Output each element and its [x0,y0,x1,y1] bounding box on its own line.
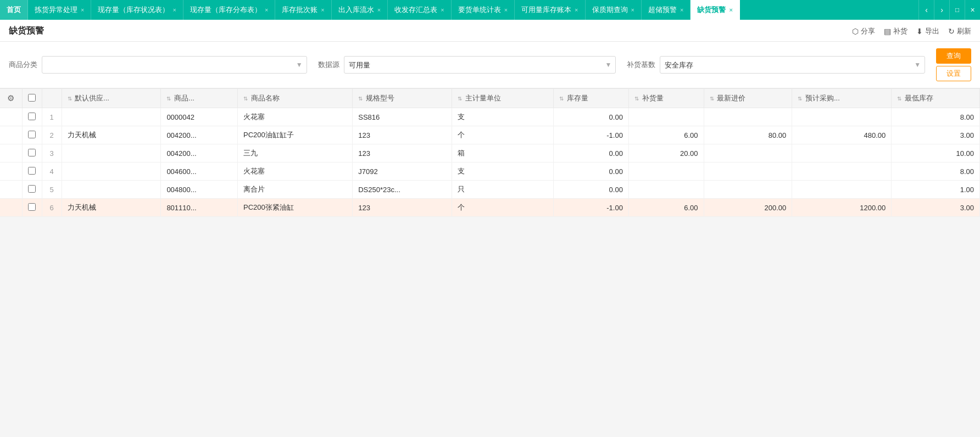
prev-tab-button[interactable]: ‹ [918,0,934,20]
supplier-header-label: 默认供应... [75,94,109,102]
nav-tab-demand-stat[interactable]: 要货单统计表× [452,0,515,20]
nav-tab-close-abnormal[interactable]: × [81,7,84,13]
row-checkbox-4[interactable] [28,185,36,193]
table-row: 1 0000042 火花塞 SS816 支 0.00 8.00 [0,108,980,126]
stock-qty-header[interactable]: ⇅ 库存量 [554,89,629,108]
filter-actions: 查询 设置 [936,48,971,81]
nav-tab-label-receive-summary: 收发存汇总表 [394,5,437,15]
row-latest-price-5: 200.00 [704,199,792,217]
filter-bar: 商品分类 ▼ 数据源 可用量 ▼ 补货基数 安全库存 [0,42,980,88]
gear-header[interactable]: ⚙ [0,89,22,108]
replenish-basis-select[interactable]: 安全库存 [660,56,925,74]
row-checkbox-0[interactable] [28,113,36,120]
row-spec-1: 123 [353,126,452,144]
nav-tab-close-batch-account[interactable]: × [321,7,324,13]
gear-icon[interactable]: ⚙ [7,93,14,103]
nav-tab-shortage[interactable]: 缺货预警× [691,0,739,20]
row-spec-5: 123 [353,199,452,217]
nav-tab-close-stock-dist[interactable]: × [265,7,268,13]
row-checkbox-5[interactable] [28,203,36,211]
row-spec-0: SS816 [353,108,452,126]
share-button[interactable]: ⬡ 分享 [852,26,875,36]
row-gear-0 [0,108,22,126]
row-checkbox-cell-0[interactable] [22,108,42,126]
nav-tab-close-available-ledger[interactable]: × [575,7,578,13]
nav-tab-available-ledger[interactable]: 可用量库存账本× [515,0,585,20]
nav-tab-abnormal[interactable]: 拣货异常处理× [28,0,91,20]
table-row: 5 004800... 离合片 DS250*23c... 只 0.00 1.00 [0,181,980,199]
spec-header[interactable]: ⇅ 规格型号 [353,89,452,108]
datasource-select[interactable]: 可用量 [344,56,616,74]
nav-tabs: 首页拣货异常处理×现存量（库存状况表）×现存量（库存分布表）×库存批次账×出入库… [0,0,980,20]
replenish-basis-label: 补货基数 [627,60,655,70]
nav-tab-close-demand-stat[interactable]: × [504,7,508,13]
category-select[interactable] [42,56,307,74]
replenish-qty-sort-icon: ⇅ [634,96,639,102]
replenish-qty-header-label: 补货量 [642,94,664,102]
goods-code-header[interactable]: ⇅ 商品... [161,89,238,108]
nav-tab-close-receive-summary[interactable]: × [441,7,444,13]
nav-tab-close-inout-flow[interactable]: × [377,7,381,13]
row-supplier-5: 力天机械 [62,199,161,217]
export-button[interactable]: ⬇ 导出 [916,26,939,36]
row-replenish-qty-2: 20.00 [628,144,704,163]
row-replenish-qty-1: 6.00 [628,126,704,144]
nav-controls: ‹ › □ × [918,0,980,20]
nav-tab-batch-account[interactable]: 库存批次账× [275,0,331,20]
nav-tab-receive-summary[interactable]: 收发存汇总表× [388,0,451,20]
nav-tab-stock-dist[interactable]: 现存量（库存分布表）× [183,0,275,20]
row-checkbox-cell-2[interactable] [22,144,42,163]
unit-header[interactable]: ⇅ 主计量单位 [452,89,554,108]
table-row: 3 004200... 三九 123 箱 0.00 20.00 10.00 [0,144,980,163]
row-checkbox-2[interactable] [28,149,36,156]
nav-tab-close-overstock[interactable]: × [680,7,683,13]
row-est-purchase-2 [792,144,892,163]
nav-tab-label-shortage: 缺货预警 [697,5,726,15]
checkbox-header[interactable] [22,89,42,108]
row-goods-code-3: 004600... [161,163,238,181]
row-goods-code-2: 004200... [161,144,238,163]
supplier-header[interactable]: ⇅ 默认供应... [62,89,161,108]
row-goods-code-5: 801110... [161,199,238,217]
next-tab-button[interactable]: › [934,0,949,20]
row-gear-3 [0,163,22,181]
spec-sort-icon: ⇅ [358,96,363,102]
row-est-purchase-0 [792,108,892,126]
replenish-button[interactable]: ▤ 补货 [884,26,907,36]
select-all-checkbox[interactable] [28,94,36,102]
window-button[interactable]: □ [949,0,965,20]
category-label: 商品分类 [9,60,37,70]
min-stock-header[interactable]: ⇅ 最低库存 [892,89,980,108]
nav-tab-label-stock-status: 现存量（库存状况表） [98,5,169,15]
row-checkbox-cell-3[interactable] [22,163,42,181]
query-button[interactable]: 查询 [936,48,971,64]
row-checkbox-1[interactable] [28,131,36,138]
row-latest-price-4 [704,181,792,199]
est-purchase-header[interactable]: ⇅ 预计采购... [792,89,892,108]
replenish-qty-header[interactable]: ⇅ 补货量 [628,89,704,108]
row-checkbox-3[interactable] [28,167,36,175]
row-checkbox-cell-4[interactable] [22,181,42,199]
close-window-button[interactable]: × [965,0,980,20]
nav-tab-close-expiry-query[interactable]: × [631,7,634,13]
row-gear-4 [0,181,22,199]
nav-tab-label-demand-stat: 要货单统计表 [458,5,501,15]
row-spec-2: 123 [353,144,452,163]
goods-name-header[interactable]: ⇅ 商品名称 [237,89,352,108]
nav-tab-inout-flow[interactable]: 出入库流水× [332,0,388,20]
nav-tab-close-shortage[interactable]: × [729,7,732,13]
nav-tab-expiry-query[interactable]: 保质期查询× [586,0,642,20]
nav-tab-stock-status[interactable]: 现存量（库存状况表）× [91,0,183,20]
nav-tab-overstock[interactable]: 超储预警× [642,0,691,20]
nav-tab-home[interactable]: 首页 [0,0,28,20]
row-latest-price-0 [704,108,792,126]
refresh-button[interactable]: ↻ 刷新 [948,26,971,36]
row-spec-3: J7092 [353,163,452,181]
row-unit-1: 个 [452,126,554,144]
export-label: 导出 [925,26,939,36]
row-checkbox-cell-5[interactable] [22,199,42,217]
settings-button[interactable]: 设置 [936,66,971,81]
nav-tab-close-stock-status[interactable]: × [172,7,176,13]
row-checkbox-cell-1[interactable] [22,126,42,144]
latest-price-header[interactable]: ⇅ 最新进价 [704,89,792,108]
